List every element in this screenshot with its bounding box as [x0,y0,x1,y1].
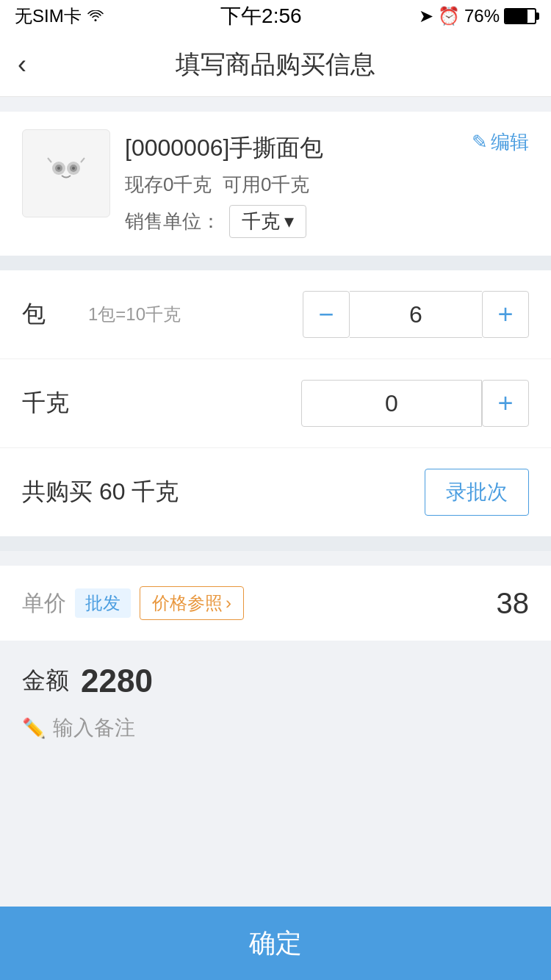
back-button[interactable]: ‹ [18,49,26,80]
amount-value: 2280 [81,663,153,699]
status-right: ➤ ⏰ 76% [419,6,536,26]
package-increment-button[interactable]: + [482,291,529,338]
package-quantity-input[interactable] [350,291,482,338]
amount-label: 金额 [22,665,69,697]
price-tag: 批发 [75,588,131,618]
battery-icon [504,8,536,24]
product-card: [0000006]手撕面包 现存0千克 可用0千克 销售单位： 千克 ▾ ✎ 编… [0,112,551,256]
svg-point-4 [57,167,60,170]
confirm-button[interactable]: 确定 [0,907,551,980]
battery-percentage: 76% [464,6,500,26]
section-divider-1 [0,256,551,270]
product-name: [0000006]手撕面包 [125,132,529,165]
product-unit-row: 销售单位： 千克 ▾ [125,205,529,238]
wifi-icon [87,6,104,26]
price-ref-arrow: › [226,593,231,613]
unit-selector[interactable]: 千克 ▾ [229,205,306,238]
svg-point-5 [72,167,75,170]
status-left: 无SIM卡 [15,4,104,28]
remark-label: 输入备注 [53,714,135,742]
batch-button[interactable]: 录批次 [425,469,529,516]
status-time: 下午2:56 [220,2,302,30]
edit-icon: ✎ [472,131,488,154]
alarm-icon: ⏰ [438,6,460,26]
product-image [22,129,110,217]
kg-quantity-input[interactable] [301,380,482,427]
product-stock: 现存0千克 可用0千克 [125,172,529,198]
price-label-group: 单价 批发 价格参照 › [22,586,244,620]
pencil-icon: ✏️ [22,717,46,740]
kg-quantity-control: + [301,380,529,427]
carrier-text: 无SIM卡 [15,4,82,28]
package-hint: 1包=10千克 [88,303,303,326]
section-divider-2 [0,536,551,551]
package-quantity-control: − + [303,291,529,338]
total-row: 共购买 60 千克 录批次 [0,448,551,536]
product-thumbnail [44,152,88,195]
price-value: 38 [497,587,530,620]
amount-row: 金额 2280 [22,663,529,699]
package-input-row: 包 1包=10千克 − + [0,270,551,359]
page-title: 填写商品购买信息 [176,48,375,82]
package-decrement-button[interactable]: − [303,291,350,338]
nav-bar: ‹ 填写商品购买信息 [0,32,551,97]
location-icon: ➤ [419,6,433,26]
total-text: 共购买 60 千克 [22,476,179,508]
remark-row[interactable]: ✏️ 输入备注 [22,714,529,742]
input-section: 包 1包=10千克 − + 千克 + [0,270,551,448]
edit-button[interactable]: ✎ 编辑 [472,129,529,155]
price-label: 单价 [22,588,66,619]
kg-label: 千克 [22,387,81,419]
product-info: [0000006]手撕面包 现存0千克 可用0千克 销售单位： 千克 ▾ [125,129,529,238]
kg-increment-button[interactable]: + [482,380,529,427]
kg-input-row: 千克 + [0,359,551,448]
price-reference-button[interactable]: 价格参照 › [140,586,244,620]
price-section: 单价 批发 价格参照 › 38 [0,566,551,641]
unit-label: 销售单位： [125,209,220,234]
package-label: 包 [22,298,81,331]
amount-section: 金额 2280 ✏️ 输入备注 [0,641,551,749]
status-bar: 无SIM卡 下午2:56 ➤ ⏰ 76% [0,0,551,32]
